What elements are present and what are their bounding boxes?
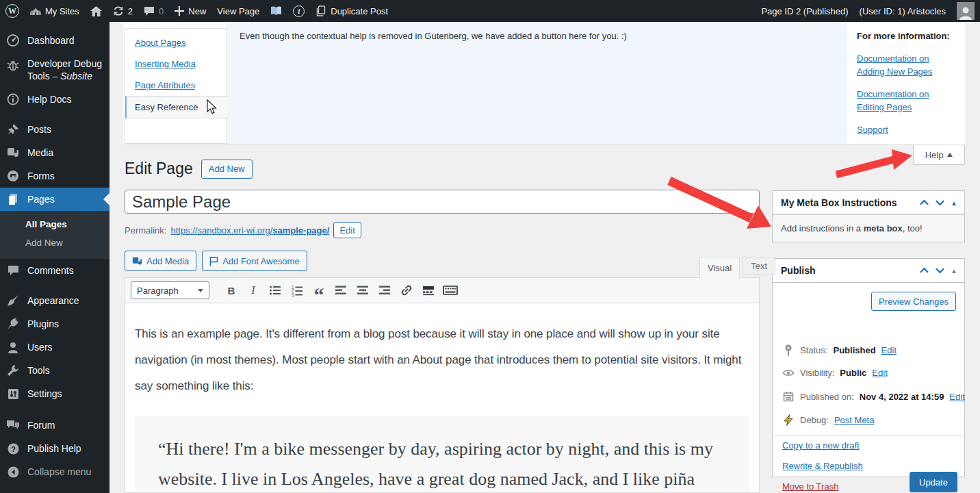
permalink-link[interactable]: https://sandbox.eri-wi.org/sample-page/ (170, 225, 329, 236)
publish-box: Publish ▲ Preview Changes Status:Publish… (772, 258, 965, 477)
rewrite-republish-link[interactable]: Rewrite & Republish (782, 461, 863, 471)
help-tab-inserting-media[interactable]: Inserting Media (125, 53, 227, 75)
collapse-arrow-icon (5, 466, 21, 478)
info-menu[interactable]: i (287, 0, 310, 22)
collapse-toggle-icon[interactable]: ▲ (951, 267, 957, 275)
text-editor-tab[interactable]: Text (743, 257, 775, 275)
move-down-icon[interactable] (935, 199, 945, 206)
add-new-button[interactable]: Add New (201, 160, 253, 179)
network-sites-icon (30, 6, 41, 16)
new-content-menu[interactable]: New (169, 0, 211, 22)
svg-text:3: 3 (292, 292, 294, 297)
pages-icon (5, 193, 21, 205)
move-to-trash-link[interactable]: Move to Trash (782, 481, 838, 492)
sidebar-item-pages[interactable]: Pages (0, 188, 109, 211)
editor-content-area[interactable]: This is an example page. It's different … (125, 303, 759, 493)
post-meta-link[interactable]: Post Meta (834, 415, 875, 425)
edit-status-link[interactable]: Edit (881, 345, 897, 355)
my-sites-label: My Sites (45, 6, 79, 16)
sidebar-item-developer-debug-tools[interactable]: Developer Debug Tools – Subsite (0, 52, 109, 88)
meta-box-instructions: My Meta Box Instructions ▲ Add instructi… (772, 190, 965, 242)
blockquote-button[interactable]: “ (309, 281, 328, 299)
help-tab-page-attributes[interactable]: Page Attributes (125, 75, 227, 96)
sidebar-item-plugins[interactable]: Plugins (0, 312, 109, 336)
numbered-list-button[interactable]: 123 (287, 281, 307, 299)
help-link-editing-pages[interactable]: Documentation on Editing Pages (857, 88, 939, 114)
comments-menu[interactable]: 0 (138, 0, 169, 22)
post-title-input[interactable] (125, 190, 760, 214)
align-left-button[interactable] (331, 281, 350, 299)
sidebar-label: Users (27, 341, 53, 353)
sidebar-collapse-menu[interactable]: Collapse menu (0, 460, 109, 483)
wordpress-logo-menu[interactable]: W (0, 0, 25, 22)
collapse-toggle-icon[interactable]: ▲ (951, 199, 957, 207)
docs-menu[interactable] (265, 0, 287, 22)
italic-button[interactable]: I (244, 281, 263, 299)
sidebar-label: Dashboard (27, 34, 75, 47)
submenu-all-pages[interactable]: All Pages (25, 215, 109, 233)
edit-permalink-button[interactable]: Edit (333, 222, 361, 238)
sidebar-label: Plugins (27, 318, 59, 330)
sidebar-item-media[interactable]: Media (0, 141, 109, 164)
visual-editor-tab[interactable]: Visual (699, 257, 740, 278)
published-on-row: Published on:Nov 4, 2022 at 14:59Edit (782, 391, 965, 402)
sidebar-item-dashboard[interactable]: Dashboard (0, 29, 109, 52)
help-tab-content: Even though the contextual help is remov… (226, 22, 847, 144)
bold-button[interactable]: B (222, 281, 241, 299)
align-center-button[interactable] (353, 281, 372, 299)
user-avatar[interactable] (957, 2, 975, 20)
help-tab-easy-reference[interactable]: Easy Reference (125, 96, 227, 118)
read-more-tag-button[interactable] (419, 281, 438, 299)
comment-bubble-icon (144, 6, 155, 16)
preview-changes-button[interactable]: Preview Changes (871, 292, 956, 311)
visual-editor: Paragraph B I 123 “ This is an example p… (125, 277, 760, 493)
sidebar-item-publish-help[interactable]: ? Publish Help (0, 437, 109, 460)
edit-visibility-link[interactable]: Edit (872, 368, 887, 378)
sidebar-item-settings[interactable]: Settings (0, 382, 109, 405)
user-account-label[interactable]: (User ID: 1) Aristocles (860, 6, 946, 16)
toolbar-toggle-button[interactable] (441, 281, 460, 299)
new-label: New (188, 6, 206, 16)
move-up-icon[interactable] (919, 267, 929, 274)
add-font-awesome-button[interactable]: Add Font Awesome (202, 251, 307, 271)
sidebar-item-users[interactable]: Users (0, 336, 109, 359)
sidebar-label: Collapse menu (27, 466, 91, 478)
home-icon (90, 6, 102, 16)
edit-published-date-link[interactable]: Edit (949, 392, 964, 402)
status-row: Status:PublishedEdit (782, 344, 897, 356)
debug-row: Debug:Post Meta (782, 414, 874, 426)
sidebar-item-comments[interactable]: Comments (0, 259, 109, 282)
help-toggle-button[interactable]: Help (913, 145, 965, 165)
help-link-support[interactable]: Support (857, 123, 939, 136)
help-link-adding-new-pages[interactable]: Documentation on Adding New Pages (857, 52, 939, 78)
add-media-button[interactable]: Add Media (125, 251, 196, 271)
site-home-link[interactable] (85, 0, 107, 22)
sidebar-item-forms[interactable]: Forms (0, 164, 109, 188)
move-up-icon[interactable] (919, 199, 929, 206)
align-right-button[interactable] (375, 281, 394, 299)
paragraph-format-select[interactable]: Paragraph (131, 281, 209, 299)
submenu-add-new[interactable]: Add New (25, 233, 109, 252)
meta-box-title: My Meta Box Instructions (781, 197, 919, 208)
duplicate-post-menu[interactable]: Duplicate Post (310, 0, 394, 22)
copy-to-new-draft-link[interactable]: Copy to a new draft (782, 440, 860, 451)
svg-text:?: ? (11, 444, 16, 453)
help-tab-about-pages[interactable]: About Pages (125, 32, 227, 53)
my-sites-menu[interactable]: My Sites (25, 0, 85, 22)
bullet-list-button[interactable] (266, 281, 285, 299)
info-circle-icon (5, 93, 21, 105)
view-page-link[interactable]: View Page (211, 0, 265, 22)
sidebar-item-appearance[interactable]: Appearance (0, 289, 109, 312)
sidebar-item-posts[interactable]: Posts (0, 118, 109, 141)
sidebar-item-help-docs[interactable]: Help Docs (0, 88, 109, 111)
page-title: Edit Page (125, 159, 193, 179)
media-icon (132, 256, 142, 266)
sidebar-item-tools[interactable]: Tools (0, 359, 109, 382)
sidebar-item-forum[interactable]: Forum (0, 414, 109, 437)
move-down-icon[interactable] (935, 267, 945, 274)
updates-menu[interactable]: 2 (107, 0, 138, 22)
update-button[interactable]: Update (910, 472, 957, 492)
editor-toolbar: Paragraph B I 123 “ (125, 278, 759, 303)
insert-link-button[interactable] (397, 281, 416, 299)
updates-icon (113, 5, 124, 16)
